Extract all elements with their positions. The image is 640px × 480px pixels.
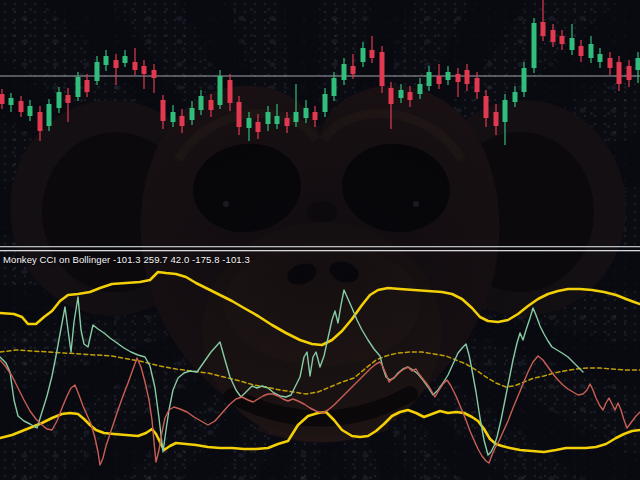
candle-body [190,108,195,120]
candle-body [161,100,166,121]
candle-body [57,92,62,108]
candle-body [427,72,432,86]
candle-body [266,112,271,124]
candle-body [475,78,480,92]
candle-body [494,112,499,126]
candles-layer [0,0,640,145]
candle-body [114,60,119,68]
candle-body [209,100,214,110]
candle-body [85,80,90,92]
candle-body [38,112,43,131]
candle-body [446,72,451,80]
candle-body [627,66,632,80]
candle-body [522,68,527,92]
candle-body [19,101,24,112]
candle-body [237,102,242,127]
candle-body [418,84,423,94]
candle-body [95,62,100,81]
candle-body [104,56,109,65]
indicator-panel[interactable] [0,272,640,465]
candle-body [551,30,556,42]
candle-body [579,46,584,56]
candle-body [437,76,442,84]
candle-body [617,62,622,84]
candle-body [636,58,640,70]
candle-body [218,76,223,105]
candle-body [503,100,508,122]
candle-body [66,95,71,103]
candle-body [304,108,309,118]
candle-body [589,44,594,58]
candle-body [380,52,385,86]
candle-body [408,92,413,100]
bollinger-mid-dashed-line [0,350,640,394]
candle-body [294,112,299,122]
candle-body [342,64,347,80]
candle-body [456,74,461,82]
candle-body [9,98,14,105]
candle-body [180,116,185,126]
indicator-label: Monkey CCI on Bollinger -101.3 259.7 42.… [3,254,250,265]
candle-body [199,96,204,110]
candle-body [228,80,233,103]
candle-body [171,112,176,122]
indicator-lines-layer [0,272,640,465]
mt4-chart-window[interactable]: Monkey CCI on Bollinger -101.3 259.7 42.… [0,0,640,480]
candle-body [313,112,318,120]
candle-body [465,70,470,84]
candle-body [361,48,366,62]
candle-body [256,122,261,132]
candle-body [152,70,157,78]
candle-body [76,77,81,97]
separator-line [0,250,640,251]
candle-body [0,94,5,104]
candle-body [285,118,290,126]
cci-red-line [0,356,640,465]
candle-body [513,92,518,102]
candle-body [332,78,337,96]
panel-separator[interactable] [0,246,640,251]
candle-body [123,56,128,63]
candle-body [598,54,603,62]
candle-body [370,50,375,58]
candle-body [560,36,565,44]
candle-body [47,104,52,126]
candle-body [389,88,394,104]
chart-layer[interactable] [0,0,640,480]
candle-body [142,66,147,74]
candle-body [247,118,252,128]
cci-green-line [0,290,583,455]
separator-line [0,246,640,247]
candle-body [133,62,138,70]
price-panel[interactable] [0,0,640,145]
candle-body [399,90,404,98]
candle-body [608,58,613,68]
candle-body [484,96,489,118]
candle-body [532,23,537,68]
candle-body [570,38,575,50]
candle-body [275,116,280,124]
candle-body [541,22,546,36]
candle-body [323,94,328,112]
candle-body [351,66,356,74]
candle-body [28,106,33,116]
